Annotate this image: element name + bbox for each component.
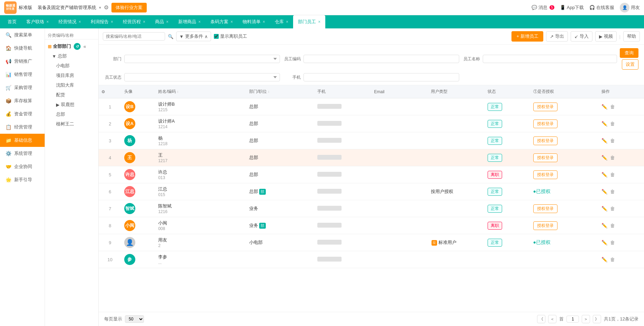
auth-btn[interactable]: 授权登录 (533, 204, 557, 213)
sidebar-item-inventory[interactable]: 📦 库存核算 (0, 94, 45, 107)
online-service-item[interactable]: 🎧 在线客服 (589, 5, 614, 11)
edit-icon[interactable]: ✏️ (601, 257, 607, 262)
auth-btn[interactable]: 授权登录 (533, 136, 557, 145)
filter-phone-input[interactable] (303, 73, 459, 81)
delete-icon[interactable]: 🗑 (610, 189, 615, 194)
dept-refresh-btn[interactable]: ↺ (74, 43, 81, 50)
tab-close-department[interactable]: × (318, 19, 320, 24)
help-btn[interactable]: 帮助 (623, 31, 640, 42)
page-size-select[interactable]: 50 100 200 (125, 315, 144, 323)
more-filter-btn[interactable]: ▼ 更多条件 ∧ (176, 32, 211, 41)
user-item[interactable]: 👤 用友 (620, 3, 640, 12)
delete-icon[interactable]: 🗑 (610, 206, 615, 211)
edit-icon[interactable]: ✏️ (601, 155, 607, 160)
edit-icon[interactable]: ✏️ (601, 223, 607, 228)
delete-icon[interactable]: 🗑 (610, 240, 615, 245)
dept-node-shenyang[interactable]: 沈阳大库 (45, 80, 98, 90)
import-btn[interactable]: ↙ 导入 (571, 31, 592, 42)
auth-btn[interactable]: 授权登录 (533, 153, 557, 162)
dept-node-small-electric[interactable]: 小电部 (45, 61, 98, 71)
col-settings[interactable]: ⚙ (99, 85, 121, 98)
sidebar-item-operation[interactable]: 📋 经营管理 (0, 121, 45, 134)
filter-code-input[interactable] (303, 55, 459, 63)
col-name[interactable]: 姓名/编码 (155, 85, 246, 98)
search-input[interactable] (103, 32, 165, 41)
tab-close-bom[interactable]: × (263, 19, 265, 24)
dept-search-input[interactable] (48, 33, 99, 38)
sidebar-item-search[interactable]: 🔍 搜索菜单 (0, 28, 45, 42)
tab-close-customer[interactable]: × (46, 19, 49, 24)
dept-collapse-btn[interactable]: « (83, 44, 86, 49)
sidebar-item-sales[interactable]: 📊 销售管理 (0, 68, 45, 81)
edit-icon[interactable]: ✏️ (601, 172, 607, 177)
sidebar-item-nav[interactable]: 🏠 快捷导航 (0, 42, 45, 55)
sidebar-item-guide[interactable]: 🌟 新手引导 (0, 173, 45, 186)
topbar-dropdown-arrow[interactable]: ▾ (99, 5, 101, 10)
edit-icon[interactable]: ✏️ (601, 240, 607, 245)
filter-name-input[interactable] (483, 55, 617, 63)
tab-goods[interactable]: 商品× (150, 15, 173, 28)
page-input[interactable] (566, 316, 579, 323)
last-page-btn[interactable]: 》 (593, 315, 601, 323)
dept-node-distribution[interactable]: 配货 (45, 90, 98, 100)
first-page-btn[interactable]: 《 (537, 315, 545, 323)
auth-btn[interactable]: 授权登录 (533, 221, 557, 230)
tab-new-goods[interactable]: 新增商品× (173, 15, 206, 28)
prev-page-btn[interactable]: ＜ (548, 315, 556, 323)
show-resigned-label[interactable]: 显示离职员工 (214, 33, 247, 39)
filter-dept-select[interactable] (124, 55, 280, 63)
edit-icon[interactable]: ✏️ (601, 138, 607, 143)
delete-icon[interactable]: 🗑 (610, 121, 615, 126)
delete-icon[interactable]: 🗑 (610, 223, 615, 228)
tab-history[interactable]: 经营历程× (118, 15, 150, 28)
sidebar-item-marketing[interactable]: 📢 营销推广 (0, 55, 45, 68)
tab-close-warehouse[interactable]: × (286, 19, 288, 24)
next-page-btn[interactable]: ＞ (582, 315, 590, 323)
edit-icon[interactable]: ✏️ (601, 206, 607, 211)
search-icon[interactable]: 🔍 (168, 34, 173, 39)
delete-icon[interactable]: 🗑 (610, 155, 615, 160)
tab-warehouse[interactable]: 仓库× (270, 15, 293, 28)
tab-close-new-goods[interactable]: × (198, 19, 201, 24)
filter-query-btn[interactable]: 查询 (620, 48, 638, 58)
tab-home[interactable]: 首页 (3, 15, 21, 28)
tab-close-history[interactable]: × (143, 19, 145, 24)
add-employee-btn[interactable]: + 新增员工 (511, 31, 543, 42)
tab-close-barcode[interactable]: × (230, 19, 233, 24)
dept-node-project[interactable]: 项目库房 (45, 71, 98, 80)
delete-icon[interactable]: 🗑 (610, 172, 615, 177)
sidebar-item-system[interactable]: ⚙️ 系统管理 (0, 147, 45, 160)
edit-icon[interactable]: ✏️ (601, 104, 607, 109)
tab-bom[interactable]: 物料清单× (238, 15, 270, 28)
export-btn[interactable]: ↗ 导出 (546, 31, 568, 42)
dept-node-headquarters[interactable]: 总部 (45, 109, 98, 119)
tab-close-operation[interactable]: × (79, 19, 81, 24)
sidebar-item-collab[interactable]: 🤝 企业协同 (0, 160, 45, 173)
message-item[interactable]: 💬 消息 5 (532, 5, 554, 11)
show-resigned-checkbox[interactable] (214, 34, 219, 39)
auth-btn[interactable]: 授权登录 (533, 103, 557, 111)
tab-customer[interactable]: 客户联络× (21, 15, 54, 28)
tab-profit[interactable]: 利润报告× (86, 15, 118, 28)
sidebar-item-basic[interactable]: 📁 基础信息 (0, 134, 45, 147)
filter-reset-btn[interactable]: 设置 (622, 59, 638, 70)
dept-all-header[interactable]: ⊞ 全部部门 ↺ « (45, 42, 98, 51)
dept-node-plant[interactable]: 植树王二 (45, 119, 98, 129)
delete-icon[interactable]: 🗑 (610, 257, 615, 262)
sidebar-item-finance[interactable]: 💰 资金管理 (0, 107, 45, 121)
auth-btn[interactable]: 授权登录 (533, 170, 557, 179)
gear-icon[interactable]: ⚙ (104, 4, 109, 11)
tab-barcode[interactable]: 条码方案× (206, 15, 238, 28)
tab-operation[interactable]: 经营情况× (54, 15, 86, 28)
delete-icon[interactable]: 🗑 (610, 104, 615, 109)
auth-btn[interactable]: 授权登录 (533, 120, 557, 128)
edit-icon[interactable]: ✏️ (601, 189, 607, 194)
tab-department[interactable]: 部门员工× (293, 15, 325, 28)
app-download-item[interactable]: 📱 App下载 (560, 5, 584, 11)
sidebar-item-purchase[interactable]: 🛒 采购管理 (0, 81, 45, 94)
tab-close-goods[interactable]: × (166, 19, 169, 24)
dept-node-head[interactable]: ▼ 总部 (45, 51, 98, 61)
filter-status-select[interactable] (124, 73, 280, 81)
tab-close-profit[interactable]: × (111, 19, 113, 24)
col-dept[interactable]: 部门/职位 (246, 85, 315, 98)
